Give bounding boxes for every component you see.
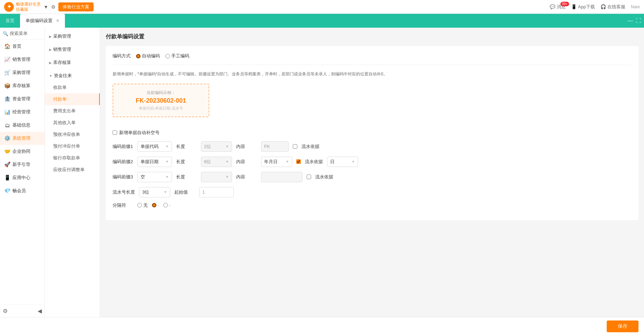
maximize-btn[interactable]: ⛶ [636, 18, 641, 24]
sidebar-item-inventory[interactable]: 📦 库存核算 [0, 79, 45, 92]
sidebar-item-home[interactable]: 🏠 首页 [0, 40, 45, 53]
start-value-input[interactable]: 1 [199, 187, 234, 197]
code-preview-container: 当前编码示例： FK-20230602-001 单据代码-单据日期-流水号 [113, 84, 632, 124]
prefix2-row: 编码前缀2 单据日期 ▼ 长度 8位 ▼ 内容 年月日 ▼ 流水依据 [113, 157, 632, 167]
prefix3-arrow-icon: ▼ [165, 175, 169, 179]
message-badge: 99+ [560, 2, 569, 6]
message-icon: 💬 [550, 4, 555, 9]
stream2-checkbox[interactable] [296, 159, 301, 164]
sidebar-item-cooperation[interactable]: 🤝 企业协同 [0, 145, 45, 158]
stream3-checkbox[interactable] [307, 175, 311, 179]
bottom-bar: 保存 [0, 317, 644, 335]
sidebar-item-member[interactable]: 💎 畅会员 [0, 184, 45, 197]
arrow-right-icon-2: ▶ [49, 48, 52, 52]
auto-encode-input[interactable] [136, 54, 141, 58]
manual-encode-radio[interactable]: 手工编码 [165, 53, 189, 59]
message-btn[interactable]: 💬 消息 99+ [550, 4, 566, 10]
sidebar-item-purchase[interactable]: 🛒 采购管理 [0, 66, 45, 79]
inventory-icon: 📦 [4, 83, 10, 89]
sidebar-item-guide[interactable]: 🚀 新手引导 [0, 158, 45, 171]
serial-length-select[interactable]: 3位 ▼ [139, 187, 170, 197]
topbar-left: ✦ 畅捷通好生意 括赢版 ▼ ⚙ 体验行业方案 [4, 2, 94, 12]
logo-text: 畅捷通好生意 括赢版 [16, 2, 41, 12]
content-area: 付款单编码设置 编码方式 自动编码 手工编码 新增单据时，*单据编码*自动生 [100, 28, 644, 317]
sidebar-nav: 🏠 首页 📈 销售管理 🛒 采购管理 📦 库存核算 🏦 资金管理 📊 经 [0, 40, 45, 305]
separator-dash-radio[interactable]: · [152, 203, 159, 208]
stream1-label: 流水依据 [301, 143, 319, 150]
search-icon: 🔍 [3, 31, 8, 36]
sidebar: 🔍 搜索菜单 🏠 首页 📈 销售管理 🛒 采购管理 📦 库存核算 🏦 [0, 28, 45, 317]
serial-length-label: 流水号长度 [113, 189, 135, 195]
apps-icon: 📱 [4, 175, 10, 181]
sub-item-other-income[interactable]: 其他收入单 [45, 117, 100, 129]
customer-service-btn[interactable]: 🎧 在线客服 [600, 4, 625, 10]
app-download-btn[interactable]: 📱 App下载 [571, 4, 595, 10]
separator-none-input[interactable] [137, 203, 142, 207]
sub-item-receipt[interactable]: 收款单 [45, 82, 100, 93]
sidebar-bottom: ⚙ ◀ [0, 305, 45, 317]
prefix1-label: 编码前缀1 [113, 143, 133, 150]
sub-group-sales-title[interactable]: ▶ 销售管理 [45, 44, 100, 55]
length1-arrow-icon: ▼ [225, 145, 229, 148]
search-menu-btn[interactable]: 🔍 搜索菜单 [0, 28, 45, 40]
content2-select[interactable]: 年月日 ▼ [261, 157, 292, 167]
content1-label: 内容 [236, 143, 257, 150]
tab-encode-label: 单据编码设置 [26, 18, 52, 24]
sub-group-purchase: ▶ 采购管理 [45, 30, 100, 42]
sub-item-prepay-payable[interactable]: 预付冲应付单 [45, 140, 100, 152]
stream1-checkbox[interactable] [293, 144, 297, 149]
sub-group-sales: ▶ 销售管理 [45, 44, 100, 55]
sub-item-prepay-receivable[interactable]: 预收冲应收单 [45, 129, 100, 140]
encode-method-label: 编码方式 [113, 53, 131, 59]
separator-none-radio[interactable]: 无 [137, 202, 148, 208]
prefix3-select[interactable]: 空 ▼ [137, 172, 172, 182]
separator-dash-input[interactable] [152, 203, 156, 207]
tab-encode-settings[interactable]: 单据编码设置 ✕ [20, 14, 65, 28]
auto-fill-label: 新增单据自动补空号 [119, 130, 160, 136]
sidebar-item-funds[interactable]: 🏦 资金管理 [0, 92, 45, 105]
manual-encode-input[interactable] [165, 54, 170, 58]
tab-close-icon[interactable]: ✕ [56, 18, 59, 23]
code-preview-desc: 单据代码-单据日期-流水号 [122, 106, 200, 111]
trial-btn[interactable]: 体验行业方案 [58, 2, 94, 11]
tab-home[interactable]: 首页 [0, 14, 20, 28]
sidebar-item-sales[interactable]: 📈 销售管理 [0, 53, 45, 66]
save-button[interactable]: 保存 [607, 320, 638, 332]
auto-fill-checkbox[interactable] [113, 130, 117, 135]
separator-other-input[interactable] [163, 203, 168, 207]
content3-input [261, 172, 302, 182]
dropdown-btn[interactable]: ▼ [44, 4, 48, 10]
sidebar-item-apps[interactable]: 📱 应用中心 [0, 171, 45, 184]
headset-icon: 🎧 [600, 4, 606, 9]
length2-select[interactable]: 8位 ▼ [201, 157, 232, 167]
sidebar-item-basic[interactable]: 🗂 基础信息 [0, 119, 45, 132]
topbar-controls: ▼ ⚙ 体验行业方案 [44, 2, 94, 11]
settings-btn[interactable]: ⚙ [51, 4, 56, 10]
page-title: 付款单编码设置 [106, 33, 638, 40]
auto-encode-radio[interactable]: 自动编码 [136, 53, 160, 59]
sub-group-inventory-title[interactable]: ▶ 库存核算 [45, 57, 100, 68]
home-icon: 🏠 [4, 43, 10, 49]
sidebar-item-system[interactable]: ⚙️ 系统管理 [0, 132, 45, 145]
sidebar-item-operations[interactable]: 📊 经营管理 [0, 105, 45, 119]
sub-item-payment[interactable]: 付款单 [45, 93, 100, 105]
sub-item-expense[interactable]: 费用支出单 [45, 105, 100, 117]
prefix1-row: 编码前缀1 单据代码 ▼ 长度 2位 ▼ 内容 FK 流水依据 [113, 141, 632, 152]
sub-group-funds-title[interactable]: ▼ 资金往来 [45, 70, 100, 82]
prefix1-select[interactable]: 单据代码 ▼ [137, 141, 172, 152]
minimize-btn[interactable]: — [627, 18, 633, 24]
sales-icon: 📈 [4, 56, 10, 63]
user-info[interactable]: Nare [631, 4, 640, 9]
prefix2-select[interactable]: 单据日期 ▼ [137, 157, 172, 167]
separator-other-radio[interactable]: · [163, 203, 171, 208]
serial-row: 流水号长度 3位 ▼ 起始值 1 [113, 187, 632, 197]
prefix1-arrow-icon: ▼ [165, 145, 169, 148]
length3-select[interactable]: ▼ [201, 172, 232, 182]
settings-bottom-icon[interactable]: ⚙ [3, 308, 8, 314]
sub-item-bank-deposit[interactable]: 银行存取款单 [45, 152, 100, 164]
sub-item-receivable-payable[interactable]: 应收应付调整单 [45, 164, 100, 176]
collapse-sidebar-btn[interactable]: ◀ [38, 308, 42, 314]
length1-select[interactable]: 2位 ▼ [201, 141, 232, 152]
sub-group-purchase-title[interactable]: ▶ 采购管理 [45, 30, 100, 42]
stream2-unit-select[interactable]: 日 ▼ [327, 157, 358, 167]
